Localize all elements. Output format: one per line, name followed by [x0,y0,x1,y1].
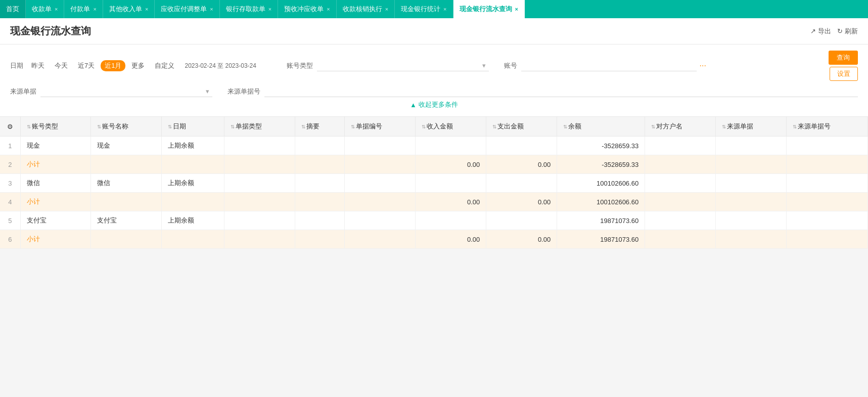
table-row[interactable]: 5支付宝支付宝上期余额19871073.60 [0,211,868,230]
data-table: ⚙ ⇅账号类型 ⇅账号名称 ⇅日期 ⇅单据类型 ⇅摘要 ⇅单据编 [0,117,868,249]
th-source-doc[interactable]: ⇅来源单据 [716,117,787,137]
more-dots[interactable]: ··· [700,61,706,70]
cell-summary [295,174,345,193]
cell-row-num: 1 [0,137,20,155]
query-button[interactable]: 查询 [829,51,858,65]
nav-label-payment: 付款单 [70,5,90,14]
nav-item-home[interactable]: 首页 [0,0,26,18]
nav-item-other-income[interactable]: 其他收入单 × [103,0,155,18]
cell-expense [486,174,557,193]
cell-balance: -3528659.33 [557,155,645,174]
cell-doc-no [345,155,416,174]
cell-doc-no [345,137,416,155]
table-row[interactable]: 1现金现金上期余额-3528659.33 [0,137,868,155]
collapse-label: 收起更多条件 [419,100,458,109]
cell-balance: -3528659.33 [557,137,645,155]
nav-item-payment[interactable]: 付款单 × [64,0,103,18]
th-account-name[interactable]: ⇅账号名称 [91,117,162,137]
th-doc-type[interactable]: ⇅单据类型 [224,117,295,137]
cell-account-name [91,193,162,211]
cell-doc-no [345,174,416,193]
nav-item-verify[interactable]: 收款核销执行 × [337,0,395,18]
th-expense[interactable]: ⇅支出金额 [486,117,557,137]
collapse-bar[interactable]: ▲ 收起更多条件 [10,97,858,110]
collapse-up-icon: ▲ [410,101,417,109]
date-opt-1month[interactable]: 近1月 [101,60,125,71]
th-account-type[interactable]: ⇅账号类型 [20,117,91,137]
sort-icon-expense: ⇅ [492,124,496,129]
cell-account-name [91,155,162,174]
cell-date [162,155,224,174]
settings-button[interactable]: 设置 [830,67,858,81]
account-type-field: 账号类型 ▾ [287,60,489,71]
date-opt-yesterday[interactable]: 昨天 [27,60,49,71]
chevron-down-icon: ▾ [482,62,486,69]
cell-account-type: 小计 [20,193,91,211]
table-row[interactable]: 6小计0.000.0019871073.60 [0,230,868,249]
nav-item-receipt[interactable]: 收款单 × [26,0,64,18]
table-row[interactable]: 3微信微信上期余额100102606.60 [0,174,868,193]
th-balance[interactable]: ⇅余额 [557,117,645,137]
sort-icon-counterparty: ⇅ [651,124,655,129]
date-opt-7days[interactable]: 近7天 [74,60,99,71]
account-type-select[interactable]: ▾ [317,60,489,71]
nav-item-stats[interactable]: 现金银行统计 × [395,0,453,18]
cell-counterparty [645,137,716,155]
gear-icon[interactable]: ⚙ [7,123,13,130]
source-no-input[interactable] [264,86,858,97]
cell-income: 0.00 [416,230,486,249]
nav-item-prepay[interactable]: 预收冲应收单 × [278,0,336,18]
top-nav: 首页 收款单 × 付款单 × 其他收入单 × 应收应付调整单 × 银行存取款单 … [0,0,868,18]
sort-icon-source-no: ⇅ [793,124,797,129]
cell-summary [295,155,345,174]
page-header: 现金银行流水查询 ↗ 导出 ↻ 刷新 [0,18,868,45]
cell-doc-type [224,155,295,174]
refresh-button[interactable]: ↻ 刷新 [837,27,858,36]
source-no-label: 来源单据号 [227,87,260,96]
nav-close-flow[interactable]: × [515,6,518,12]
th-counterparty[interactable]: ⇅对方户名 [645,117,716,137]
cell-account-name [91,230,162,249]
date-opt-more[interactable]: 更多 [127,60,149,71]
nav-item-bank-deposit[interactable]: 银行存取款单 × [220,0,278,18]
date-opt-today[interactable]: 今天 [51,60,72,71]
sort-icon-doc-no: ⇅ [351,124,355,129]
export-button[interactable]: ↗ 导出 [810,27,831,36]
cell-row-num: 4 [0,193,20,211]
table-row[interactable]: 2小计0.000.00-3528659.33 [0,155,868,174]
th-source-no[interactable]: ⇅来源单据号 [787,117,868,137]
nav-close-other-income[interactable]: × [145,6,148,12]
nav-label-home: 首页 [6,5,19,14]
sort-icon-account-type: ⇅ [27,124,31,129]
nav-close-stats[interactable]: × [443,6,446,12]
th-doc-no[interactable]: ⇅单据编号 [345,117,416,137]
th-income[interactable]: ⇅收入金额 [416,117,486,137]
cell-doc-type [224,137,295,155]
cell-balance: 100102606.60 [557,193,645,211]
cell-income [416,137,486,155]
nav-close-bank-deposit[interactable]: × [268,6,271,12]
cell-counterparty [645,211,716,230]
cell-income [416,174,486,193]
date-opt-custom[interactable]: 自定义 [151,60,178,71]
nav-item-adjustment[interactable]: 应收应付调整单 × [155,0,219,18]
nav-close-verify[interactable]: × [385,6,388,12]
nav-close-adjustment[interactable]: × [210,6,213,12]
cell-source-doc [716,193,787,211]
cell-counterparty [645,193,716,211]
nav-item-flow[interactable]: 现金银行流水查询 × [453,0,525,18]
page-title: 现金银行流水查询 [10,24,91,38]
source-doc-select[interactable]: ▾ [40,86,212,97]
cell-income: 0.00 [416,155,486,174]
nav-close-receipt[interactable]: × [55,6,58,12]
th-summary[interactable]: ⇅摘要 [295,117,345,137]
nav-close-payment[interactable]: × [93,6,96,12]
th-date[interactable]: ⇅日期 [162,117,224,137]
cell-expense [486,137,557,155]
table-row[interactable]: 4小计0.000.00100102606.60 [0,193,868,211]
cell-source-doc [716,174,787,193]
nav-close-prepay[interactable]: × [327,6,330,12]
account-field: 账号 ··· [504,60,706,71]
cell-row-num: 6 [0,230,20,249]
account-input[interactable] [521,60,697,71]
